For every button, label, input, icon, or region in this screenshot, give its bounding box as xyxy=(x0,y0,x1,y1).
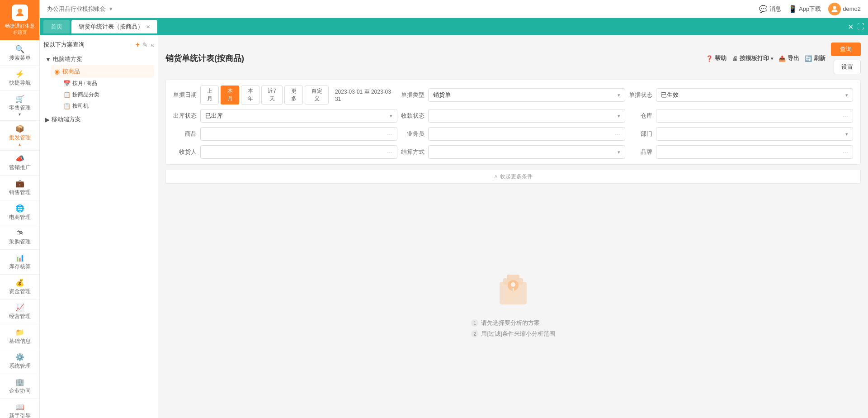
sub-item-month-product[interactable]: 📅 按月+商品 xyxy=(60,78,154,89)
sidebar-item-sales[interactable]: 💼 销售管理 xyxy=(0,176,39,200)
date-control: 上月 本月 本年 近7天 更多 自定义 2023-03-01 至 2023-03… xyxy=(200,86,397,104)
sidebar-item-purchase[interactable]: 🛍 采购管理 xyxy=(0,225,39,250)
print-btn[interactable]: 🖨 按模板打印 ▾ xyxy=(732,54,773,62)
sidebar-item-quick-nav[interactable]: ⚡ 快捷导航 xyxy=(0,66,39,91)
close-window-icon[interactable]: ✕ xyxy=(848,23,854,31)
warehouse-control[interactable]: ··· xyxy=(656,109,853,123)
scheme-item-by-product[interactable]: ◉ 按商品 xyxy=(51,65,154,78)
help-icon: ❓ xyxy=(706,55,713,62)
collapse-bar[interactable]: ∧ 收起更多条件 xyxy=(165,170,861,184)
date-btn-this-year[interactable]: 本年 xyxy=(241,86,259,104)
department-control[interactable]: ▾ xyxy=(656,127,853,141)
tab-close-icon[interactable]: ✕ xyxy=(146,24,150,30)
sidebar-nav: ⚡ 快捷导航 🛒 零售管理 ▾ 📦 批发管理 ▴ 📣 营销推广 💼 销售管理 🌐… xyxy=(0,66,39,418)
desktop-scheme-header[interactable]: ▼ 电脑端方案 xyxy=(43,53,154,65)
date-label: 单据日期 xyxy=(173,91,197,99)
add-scheme-btn[interactable]: + xyxy=(136,41,140,49)
product-dots[interactable]: ··· xyxy=(387,130,392,138)
refresh-btn[interactable]: 🔄 刷新 xyxy=(805,54,826,62)
tab-bar: 首页 销货单统计表（按商品） ✕ ✕ ⛶ xyxy=(40,18,868,35)
warehouse-dots[interactable]: ··· xyxy=(843,112,848,119)
mobile-scheme-header[interactable]: ▶ 移动端方案 xyxy=(43,114,154,125)
empty-tip-2: 2 用[过滤]条件来缩小分析范围 xyxy=(471,330,555,338)
product-control[interactable]: ··· xyxy=(200,127,397,141)
product-label: 商品 xyxy=(173,130,197,138)
sub-item-category[interactable]: 📋 按商品分类 xyxy=(60,89,154,100)
filter-panel-label: 按以下方案查询 xyxy=(43,41,85,49)
sub-item-cashier[interactable]: 📋 按司机 xyxy=(60,100,154,112)
salesperson-dots[interactable]: ··· xyxy=(615,130,620,138)
basic-label: 基础信息 xyxy=(9,337,31,345)
receiver-dots[interactable]: ··· xyxy=(387,148,392,156)
right-actions: 查询 设置 xyxy=(831,43,861,74)
refresh-icon: 🔄 xyxy=(805,55,812,62)
empty-tips: 1 请先选择要分析的方案 2 用[过滤]条件来缩小分析范围 xyxy=(471,319,555,341)
app-download-label: App下载 xyxy=(799,5,821,13)
scheme-icon-product: ◉ xyxy=(54,68,60,75)
scheme-label-product: 按商品 xyxy=(62,67,80,76)
date-btn-custom[interactable]: 自定义 xyxy=(305,86,329,104)
settlement-control[interactable]: ▾ xyxy=(428,145,625,159)
salesperson-label: 业务员 xyxy=(401,130,425,138)
date-btn-last-month[interactable]: 上月 xyxy=(200,86,219,104)
sidebar-item-operation[interactable]: 📈 经营管理 xyxy=(0,299,39,324)
retail-arrow: ▾ xyxy=(19,112,21,117)
filter-row-1: 单据日期 上月 本月 本年 近7天 更多 自定义 2023-03-01 至 20… xyxy=(173,86,853,104)
query-button[interactable]: 查询 xyxy=(831,43,861,56)
desktop-scheme-arrow: ▼ xyxy=(45,56,51,63)
sidebar-item-wholesale[interactable]: 📦 批发管理 ▴ xyxy=(0,121,39,151)
receiver-field: 收货人 ··· xyxy=(173,145,397,159)
mobile-scheme-label: 移动端方案 xyxy=(52,115,81,124)
phone-icon: 📱 xyxy=(788,5,797,13)
tab-report[interactable]: 销货单统计表（按商品） ✕ xyxy=(71,20,157,33)
sub-label-category: 按商品分类 xyxy=(72,91,99,99)
edit-scheme-btn[interactable]: ✎ xyxy=(142,41,148,48)
sidebar-item-enterprise[interactable]: 🏢 企业协同 xyxy=(0,374,39,399)
receiver-control[interactable]: ··· xyxy=(200,145,397,159)
top-header: 办公用品行业模拟账套 ▾ 💬 消息 📱 App下载 demo2 xyxy=(40,0,868,18)
message-btn[interactable]: 💬 消息 xyxy=(759,5,781,13)
date-btn-this-month[interactable]: 本月 xyxy=(221,86,239,104)
app-download-btn[interactable]: 📱 App下载 xyxy=(788,5,821,13)
sidebar-item-basic[interactable]: 📁 基础信息 xyxy=(0,324,39,349)
desktop-scheme-items: ◉ 按商品 📅 按月+商品 📋 按商品分类 📋 xyxy=(43,65,154,112)
tip-text-2: 用[过滤]条件来缩小分析范围 xyxy=(481,330,555,338)
sidebar-search-item[interactable]: 🔍 搜索菜单 xyxy=(0,40,39,66)
date-btns: 上月 本月 本年 近7天 更多 自定义 xyxy=(200,86,329,104)
date-btn-7days[interactable]: 近7天 xyxy=(261,86,283,104)
collapse-panel-btn[interactable]: « xyxy=(151,41,154,48)
sidebar-item-ecommerce[interactable]: 🌐 电商管理 xyxy=(0,200,39,225)
collect-status-field: 收款状态 ▾ xyxy=(401,109,625,123)
filter-row-2: 出库状态 已出库 ▾ 收款状态 ▾ 仓库 xyxy=(173,109,853,123)
date-btn-more[interactable]: 更多 xyxy=(284,86,303,104)
sidebar-item-guide[interactable]: 📖 新手引导 xyxy=(0,399,39,418)
out-status-control[interactable]: 已出库 ▾ xyxy=(200,109,397,123)
sub-items: 📅 按月+商品 📋 按商品分类 📋 按司机 xyxy=(51,78,154,112)
doc-status-control[interactable]: 已生效 ▾ xyxy=(656,88,853,102)
sidebar-item-marketing[interactable]: 📣 营销推广 xyxy=(0,151,39,176)
industry-dropdown[interactable]: ▾ xyxy=(109,5,113,12)
maximize-icon[interactable]: ⛶ xyxy=(857,23,864,31)
sub-icon-category: 📋 xyxy=(63,91,71,98)
refresh-label: 刷新 xyxy=(814,54,826,62)
collect-status-control[interactable]: ▾ xyxy=(428,109,625,123)
brand-dots[interactable]: ··· xyxy=(843,148,848,156)
sidebar-item-system[interactable]: ⚙️ 系统管理 xyxy=(0,349,39,374)
user-area[interactable]: demo2 xyxy=(828,3,861,15)
sidebar-item-finance[interactable]: 💰 资金管理 xyxy=(0,275,39,299)
brand-control[interactable]: ··· xyxy=(656,145,853,159)
settings-button[interactable]: 设置 xyxy=(834,60,861,74)
empty-state: 1 请先选择要分析的方案 2 用[过滤]条件来缩小分析范围 xyxy=(165,189,861,411)
doc-type-control[interactable]: 销货单 ▾ xyxy=(428,88,625,102)
main-area: 办公用品行业模拟账套 ▾ 💬 消息 📱 App下载 demo2 首页 xyxy=(40,0,868,418)
tab-home[interactable]: 首页 xyxy=(43,20,70,33)
export-btn[interactable]: 📤 导出 xyxy=(778,54,799,62)
sidebar-item-inventory[interactable]: 📊 库存核算 xyxy=(0,250,39,275)
page-title-row: 销货单统计表(按商品) ❓ 帮助 🖨 按模板打印 ▾ 📤 导出 xyxy=(165,43,861,74)
help-btn[interactable]: ❓ 帮助 xyxy=(706,54,726,62)
content-wrapper: 按以下方案查询 + ✎ « ▼ 电脑端方案 ◉ 按商品 xyxy=(40,35,868,418)
doc-status-value: 已生效 xyxy=(661,91,679,99)
inventory-label: 库存核算 xyxy=(9,263,31,271)
salesperson-control[interactable]: ··· xyxy=(428,127,625,141)
sidebar-item-retail[interactable]: 🛒 零售管理 ▾ xyxy=(0,91,39,121)
